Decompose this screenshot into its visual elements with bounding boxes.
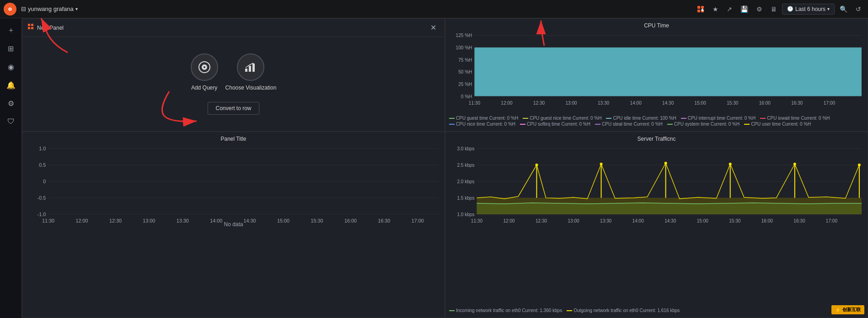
legend-guest-time: CPU guest time Current: 0 %H [449,116,518,121]
settings-btn[interactable]: ⚙ [753,4,766,15]
svg-text:2.5 kbps: 2.5 kbps [457,163,474,168]
convert-row-btn[interactable]: Convert to row [208,102,259,115]
svg-text:13:00: 13:00 [565,101,577,106]
svg-text:12:30: 12:30 [536,218,547,223]
new-panel-title-row: New Panel [28,24,64,32]
svg-text:11:30: 11:30 [471,218,483,223]
cpu-chart-svg: 125 %H 100 %H 75 %H 50 %H 25 %H 0 %H 11:… [449,31,864,115]
sidebar-config-btn[interactable]: ⚙ [3,95,19,111]
svg-text:12:00: 12:00 [503,218,515,223]
tv-btn[interactable]: 🖥 [767,4,780,15]
svg-text:14:30: 14:30 [662,101,674,106]
cpu-panel-title: CPU Time [449,22,864,29]
watermark-text: 创新互联 [842,307,861,313]
svg-text:13:30: 13:30 [600,218,612,223]
panel-action-buttons: Add Query Choose Vis [191,53,277,91]
svg-text:2.0 kbps: 2.0 kbps [457,179,474,184]
sidebar: ＋ ⊞ ◉ 🔔 ⚙ 🛡 [0,18,22,318]
svg-text:11:30: 11:30 [469,101,481,106]
svg-rect-12 [31,27,33,29]
topbar-right: ★ ↗ 💾 ⚙ 🖥 🕐 Last 6 hours ▾ 🔍 ↺ [694,4,864,15]
refresh-btn[interactable]: ↺ [852,4,864,15]
svg-text:17:00: 17:00 [824,101,836,106]
add-query-btn[interactable]: Add Query [191,53,218,91]
watermark-icon: ⚡ [835,307,841,313]
share-btn[interactable]: ↗ [723,4,735,15]
watermark: ⚡ 创新互联 [831,305,864,314]
sidebar-add-btn[interactable]: ＋ [3,22,19,38]
close-panel-btn[interactable]: ✕ [428,22,439,33]
legend-iowait: CPU iowait time Current: 0 %H [760,116,830,121]
topbar: ⊟ yunwang grafana ▾ ★ ↗ 💾 ⚙ 🖥 🕐 Last 6 h… [0,0,868,18]
choose-vis-icon-circle [237,53,264,81]
legend-interrupt: CPU interrupt time Current: 0 %H [681,116,755,121]
svg-rect-17 [249,66,251,72]
svg-rect-5 [697,10,700,12]
save-btn[interactable]: 💾 [737,4,751,15]
legend-idle: CPU idle time Current: 100 %H [606,116,676,121]
grafana-logo[interactable] [4,3,16,16]
sidebar-shield-btn[interactable]: 🛡 [3,113,19,130]
svg-point-15 [204,66,205,68]
legend-softirq: CPU softirq time Current: 0 %H [520,122,590,127]
svg-text:14:30: 14:30 [664,218,676,223]
add-panel-btn[interactable] [694,4,707,15]
svg-point-2 [10,8,11,10]
new-panel-header: New Panel ✕ [22,19,445,37]
panel-title-panel: Panel Title 1.0 0.5 0 -0.5 -1 [22,132,445,318]
dashboard-grid: New Panel ✕ [22,18,868,318]
svg-text:16:00: 16:00 [761,218,773,223]
new-panel-body: Add Query Choose Vis [22,37,445,131]
dashboard-name[interactable]: ⊟ yunwang grafana ▾ [21,5,78,12]
svg-rect-4 [701,6,704,9]
star-btn[interactable]: ★ [709,4,722,15]
add-query-icon-circle [191,53,218,81]
svg-text:13:00: 13:00 [568,218,580,223]
svg-rect-9 [28,24,30,26]
server-traffic-legend: Incoming network traffic on eth0 Current… [449,307,864,314]
legend-steal: CPU steal time Current: 0 %H [595,122,663,127]
sidebar-apps-btn[interactable]: ⊞ [3,40,19,57]
cpu-chart-area: 125 %H 100 %H 75 %H 50 %H 25 %H 0 %H 11:… [449,31,864,115]
svg-marker-77 [477,198,861,214]
legend-user: CPU user time Current: 0 %H [744,122,811,127]
add-query-label: Add Query [191,85,217,91]
svg-text:15:30: 15:30 [727,101,739,106]
svg-text:15:00: 15:00 [695,101,707,106]
svg-text:50 %H: 50 %H [458,69,472,74]
svg-text:100 %H: 100 %H [456,45,472,50]
svg-text:15:30: 15:30 [729,218,741,223]
svg-rect-10 [31,24,33,26]
server-traffic-chart: 3.0 kbps 2.5 kbps 2.0 kbps 1.5 kbps 1.0 … [449,144,864,228]
legend-incoming: Incoming network traffic on eth0 Current… [449,308,562,313]
panel-title-label: Panel Title [26,136,441,142]
svg-text:15:00: 15:00 [697,218,709,223]
svg-text:14:00: 14:00 [632,218,644,223]
svg-text:13:30: 13:30 [598,101,610,106]
svg-text:0 %H: 0 %H [461,94,472,99]
sidebar-explore-btn[interactable]: ◉ [3,58,19,75]
svg-text:14:00: 14:00 [630,101,642,106]
choose-vis-btn[interactable]: Choose Visualization [225,53,277,91]
legend-system: CPU system time Current: 0 %H [667,122,739,127]
svg-text:17:00: 17:00 [826,218,838,223]
zoom-btn[interactable]: 🔍 [836,4,851,15]
choose-vis-label: Choose Visualization [225,85,277,91]
new-panel: New Panel ✕ [22,18,445,132]
time-range-btn[interactable]: 🕐 Last 6 hours ▾ [782,4,835,15]
svg-rect-18 [252,64,255,72]
svg-text:75 %H: 75 %H [458,58,472,63]
svg-text:12:30: 12:30 [533,101,545,106]
svg-text:1.0 kbps: 1.0 kbps [457,212,474,217]
server-traffic-title: Server Trafficnc [449,136,864,142]
svg-text:125 %H: 125 %H [456,33,472,38]
legend-guest-nice: CPU guest nice time Current: 0 %H [523,116,601,121]
legend-nice: CPU nice time Current: 0 %H [449,122,515,127]
sidebar-alert-btn[interactable]: 🔔 [3,77,19,93]
svg-text:16:30: 16:30 [791,101,803,106]
svg-text:25 %H: 25 %H [458,82,472,87]
svg-text:12:00: 12:00 [501,101,513,106]
new-panel-title: New Panel [37,25,64,31]
cpu-time-panel: CPU Time 125 %H 100 %H 75 %H [445,18,868,132]
no-data-label: No data [26,144,441,305]
